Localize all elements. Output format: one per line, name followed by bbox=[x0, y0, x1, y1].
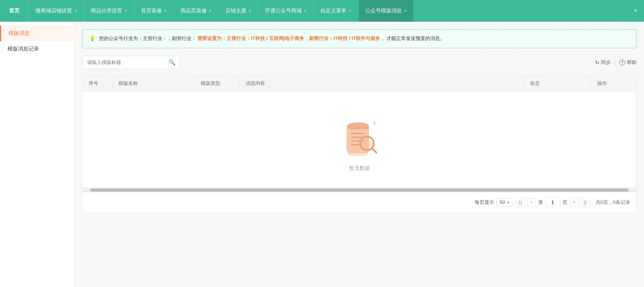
last-page-button[interactable]: |⟩ bbox=[581, 198, 590, 207]
th-type: 模版类型 bbox=[195, 76, 240, 91]
horizontal-scrollbar[interactable] bbox=[83, 187, 636, 192]
notice-highlight: 需要设置为：主营行业：IT科技 / 互联网|电子商务，副营行业：IT科技 / I… bbox=[197, 36, 385, 41]
svg-point-7 bbox=[362, 138, 372, 148]
last-page-icon: |⟩ bbox=[583, 200, 586, 205]
nav-tab-product-category[interactable]: 商品分类设置 × bbox=[84, 0, 134, 22]
nav-tab-product-decor[interactable]: 商品页装修 × bbox=[174, 0, 219, 22]
close-template-msg-icon[interactable]: × bbox=[404, 8, 407, 13]
nav-tab-open-mall[interactable]: 开通公众号商城 × bbox=[258, 0, 314, 22]
sync-button[interactable]: ↻ 同步 bbox=[595, 59, 611, 66]
page-size-select: 每页显示 50 ∨ bbox=[475, 198, 512, 207]
search-input[interactable] bbox=[82, 56, 179, 69]
th-status: 状态 bbox=[524, 76, 591, 91]
page-size-dropdown[interactable]: 50 ∨ bbox=[496, 198, 512, 207]
nav-tab-custom-menu-label: 自定义菜单 bbox=[320, 7, 346, 14]
close-custom-menu-icon[interactable]: × bbox=[349, 8, 351, 13]
nav-tab-shop-theme-label: 店铺主题 bbox=[225, 7, 246, 14]
nav-tab-home[interactable]: 首页 bbox=[0, 0, 29, 22]
empty-text: 暂无数据 bbox=[349, 165, 370, 172]
th-name: 模版名称 bbox=[113, 76, 195, 91]
page-navigation: ⟨| ＜ 第 页 ＞ |⟩ bbox=[516, 198, 590, 207]
close-open-mall-icon[interactable]: × bbox=[304, 8, 306, 13]
top-navigation: 首页 微商城店铺设置 × 商品分类设置 × 首页装修 × 商品页装修 × 店铺主… bbox=[0, 0, 644, 22]
data-table: 序号 模版名称 模版类型 消息内容 状态 操作 bbox=[82, 75, 637, 213]
sidebar-item-template-msg[interactable]: 模版消息 bbox=[0, 25, 74, 41]
nav-tab-template-msg[interactable]: 公众号模版消息 × bbox=[358, 0, 414, 22]
svg-line-8 bbox=[372, 148, 376, 153]
total-info: 共0页，0条记录 bbox=[596, 199, 630, 206]
nav-tab-product-decor-label: 商品页装修 bbox=[181, 7, 207, 14]
close-product-decor-icon[interactable]: × bbox=[209, 8, 212, 13]
nav-tab-custom-menu[interactable]: 自定义菜单 × bbox=[314, 0, 358, 22]
close-shop-theme-icon[interactable]: × bbox=[249, 8, 251, 13]
th-action-label: 操作 bbox=[597, 80, 607, 86]
notice-icon: 💡 bbox=[89, 35, 95, 43]
page-size-label: 每页显示 bbox=[475, 199, 494, 206]
empty-state: 暂无数据 bbox=[83, 92, 636, 187]
th-seq: 序号 bbox=[83, 76, 113, 91]
page-number-input[interactable] bbox=[545, 198, 560, 207]
nav-tab-wechat-shop-label: 微商城店铺设置 bbox=[36, 7, 72, 14]
th-name-label: 模版名称 bbox=[118, 80, 138, 86]
toolbar-right: ↻ 同步 | ? 帮助 bbox=[595, 59, 637, 66]
nav-tab-product-category-label: 商品分类设置 bbox=[91, 7, 122, 14]
nav-tab-open-mall-label: 开通公众号商城 bbox=[265, 7, 302, 14]
table-header: 序号 模版名称 模版类型 消息内容 状态 操作 bbox=[83, 76, 636, 92]
th-type-label: 模版类型 bbox=[201, 80, 220, 86]
prev-page-button[interactable]: ＜ bbox=[527, 198, 536, 207]
close-wechat-shop-icon[interactable]: × bbox=[74, 8, 77, 13]
notice-suffix: 才能正常发送预置的消息。 bbox=[386, 36, 445, 41]
sync-label: 同步 bbox=[601, 59, 611, 66]
next-page-icon: ＞ bbox=[572, 199, 576, 205]
sidebar-item-template-msg-label: 模版消息 bbox=[9, 30, 30, 36]
search-input-wrap: 🔍 bbox=[82, 56, 179, 69]
next-page-button[interactable]: ＞ bbox=[570, 198, 579, 207]
sync-icon: ↻ bbox=[595, 59, 600, 65]
nav-tab-home-decor[interactable]: 首页装修 × bbox=[134, 0, 174, 22]
nav-tab-shop-theme[interactable]: 店铺主题 × bbox=[219, 0, 258, 22]
nav-tab-wechat-shop[interactable]: 微商城店铺设置 × bbox=[29, 0, 84, 22]
first-page-button[interactable]: ⟨| bbox=[516, 198, 525, 207]
th-status-label: 状态 bbox=[530, 80, 540, 86]
th-action: 操作 bbox=[591, 76, 636, 91]
close-all-icon: × bbox=[634, 7, 637, 14]
nav-tab-home-label: 首页 bbox=[9, 7, 19, 14]
close-product-category-icon[interactable]: × bbox=[124, 8, 127, 13]
first-page-icon: ⟨| bbox=[518, 200, 521, 205]
close-home-decor-icon[interactable]: × bbox=[164, 8, 167, 13]
sidebar-item-template-msg-record[interactable]: 模版消息记录 bbox=[0, 41, 74, 57]
sidebar-item-template-msg-record-label: 模版消息记录 bbox=[7, 46, 39, 52]
prev-page-icon: ＜ bbox=[529, 199, 534, 205]
close-all-button[interactable]: × bbox=[627, 7, 644, 14]
search-icon[interactable]: 🔍 bbox=[169, 59, 176, 66]
th-content: 消息内容 bbox=[240, 76, 524, 91]
notice-box: 💡 您的公众号行业为：主营行业：，副营行业： 需要设置为：主营行业：IT科技 /… bbox=[82, 29, 637, 48]
sidebar: 模版消息 模版消息记录 bbox=[0, 22, 75, 287]
content-area: 💡 您的公众号行业为：主营行业：，副营行业： 需要设置为：主营行业：IT科技 /… bbox=[75, 22, 644, 287]
th-content-label: 消息内容 bbox=[246, 80, 265, 86]
scrollbar-thumb[interactable] bbox=[90, 189, 629, 192]
help-label: 帮助 bbox=[627, 59, 637, 66]
page-label-pre: 第 bbox=[538, 199, 543, 206]
help-icon: ? bbox=[619, 59, 625, 65]
chevron-down-icon: ∨ bbox=[507, 200, 509, 204]
nav-tab-home-decor-label: 首页装修 bbox=[141, 7, 162, 14]
th-seq-label: 序号 bbox=[89, 80, 98, 86]
page-label-post: 页 bbox=[563, 199, 567, 206]
main-layout: 模版消息 模版消息记录 💡 您的公众号行业为：主营行业：，副营行业： 需要设置为… bbox=[0, 22, 644, 287]
search-bar: 🔍 ↻ 同步 | ? 帮助 bbox=[82, 56, 637, 69]
svg-point-1 bbox=[348, 122, 369, 128]
page-size-value: 50 bbox=[500, 199, 505, 205]
nav-tab-template-msg-label: 公众号模版消息 bbox=[365, 7, 402, 14]
empty-illustration bbox=[337, 114, 382, 159]
pagination: 每页显示 50 ∨ ⟨| ＜ 第 页 bbox=[83, 192, 636, 213]
notice-prefix: 您的公众号行业为：主营行业：，副营行业： bbox=[99, 36, 196, 41]
toolbar-divider: | bbox=[614, 59, 616, 65]
help-button[interactable]: ? 帮助 bbox=[619, 59, 637, 66]
